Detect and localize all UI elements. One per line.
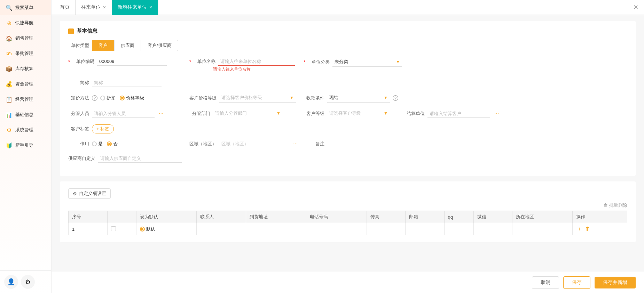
- add-row-btn[interactable]: +: [576, 226, 582, 232]
- search-icon: 🔍: [6, 4, 13, 11]
- short-name-input[interactable]: [92, 79, 162, 87]
- sidebar: 🔍 搜索菜单 ⊕ 快捷导航 🏠 销售管理 🛍 采购管理 📦 库存核算 💰 资金管…: [0, 0, 52, 293]
- unit-code-label: 单位编码: [73, 58, 94, 65]
- radio-yes-circle: [92, 141, 97, 146]
- radio-level-circle: [120, 96, 125, 100]
- remark-label: 备注: [304, 141, 324, 147]
- sidebar-item-finance[interactable]: 💰 资金管理: [0, 76, 51, 92]
- unit-name-input[interactable]: [218, 57, 295, 66]
- tab-new-partner[interactable]: 新增往来单位 ✕: [112, 0, 158, 15]
- sidebar-item-system[interactable]: ⚙ 系统管理: [0, 122, 51, 138]
- sidebar-item-search[interactable]: 🔍 搜索菜单: [0, 0, 51, 15]
- region-input[interactable]: [219, 140, 289, 148]
- pricing-help-icon[interactable]: ?: [92, 95, 97, 101]
- chevron-down-icon: ▼: [384, 111, 388, 116]
- radio-no-circle: [107, 141, 112, 146]
- department-label: 分管部门: [189, 111, 210, 117]
- payment-help-icon[interactable]: ?: [393, 95, 398, 101]
- settlement-more-btn[interactable]: ···: [493, 111, 500, 117]
- delete-row-btn[interactable]: 🗑: [583, 226, 592, 232]
- region-more-btn[interactable]: ···: [292, 141, 299, 147]
- short-name-row: 简称: [68, 79, 627, 87]
- sidebar-item-quicknav[interactable]: ⊕ 快捷导航: [0, 15, 51, 31]
- supplier-custom-input[interactable]: [98, 154, 182, 163]
- save-new-button[interactable]: 保存并新增: [595, 277, 636, 288]
- cell-checkbox[interactable]: [107, 223, 136, 235]
- tab-partners[interactable]: 往来单位 ✕: [76, 0, 112, 15]
- region-group: 区域（地区） ···: [189, 140, 301, 148]
- sidebar-item-operations[interactable]: 📋 经营管理: [0, 92, 51, 107]
- pricing-label: 定价方法: [68, 95, 89, 101]
- sidebar-item-inventory[interactable]: 📦 库存核算: [0, 61, 51, 76]
- main-area: 首页 往来单位 ✕ 新增往来单位 ✕ ✕ 基本信息 单位类型: [52, 0, 644, 293]
- manager-more-btn[interactable]: ···: [157, 111, 165, 117]
- customer-price-select[interactable]: 请选择客户价格等级 ▼: [219, 93, 296, 103]
- customer-level-select[interactable]: 请选择客户等级 ▼: [327, 109, 390, 118]
- save-button[interactable]: 保存: [563, 276, 590, 289]
- sidebar-item-purchase[interactable]: 🛍 采购管理: [0, 46, 51, 61]
- type-btn-supplier[interactable]: 供应商: [114, 40, 141, 51]
- disable-label: 停用: [68, 141, 89, 147]
- gear-icon: ⚙: [73, 191, 77, 196]
- region-label: 区域（地区）: [189, 141, 217, 147]
- tab-home[interactable]: 首页: [54, 0, 76, 15]
- unit-category-select[interactable]: 未分类 ▼: [332, 57, 402, 67]
- unit-name-error: 请输入往来单位名称: [213, 66, 301, 72]
- cancel-button[interactable]: 取消: [532, 276, 559, 289]
- close-partners-tab[interactable]: ✕: [103, 5, 106, 10]
- sidebar-settings-btn[interactable]: ⚙: [21, 275, 35, 289]
- footer-bar: 取消 保存 保存并新增: [52, 272, 644, 293]
- unit-code-input[interactable]: [97, 57, 167, 66]
- col-index: 序号: [69, 211, 108, 223]
- custom-settings-btn[interactable]: ⚙ 自定义项设置: [68, 188, 111, 199]
- sidebar-item-basics[interactable]: 📊 基础信息: [0, 107, 51, 122]
- sales-icon: 🏠: [6, 35, 13, 42]
- batch-delete-btn[interactable]: 🗑 批量删除: [68, 202, 627, 209]
- type-btn-both[interactable]: 客户/供应商: [141, 40, 178, 51]
- sidebar-item-sales[interactable]: 🏠 销售管理: [0, 31, 51, 46]
- settlement-input[interactable]: [427, 109, 490, 118]
- unit-type-btn-group: 客户 供应商 客户/供应商: [92, 40, 178, 51]
- col-region: 所在地区: [512, 211, 573, 223]
- department-select[interactable]: 请输入分管部门 ▼: [213, 109, 283, 118]
- basic-info-block: 基本信息 单位类型 客户 供应商 客户/供应商 * 单位编码: [60, 21, 636, 176]
- form-content: 基本信息 单位类型 客户 供应商 客户/供应商 * 单位编码: [52, 15, 644, 272]
- unit-type-label: 单位类型: [68, 42, 89, 49]
- close-all-tabs-btn[interactable]: ✕: [630, 3, 641, 11]
- tags-label: 客户标签: [68, 126, 89, 132]
- remark-input[interactable]: [327, 140, 432, 148]
- cell-default[interactable]: 默认: [136, 223, 196, 235]
- radio-discount-circle: [100, 96, 105, 100]
- sidebar-user-btn[interactable]: 👤: [4, 275, 18, 289]
- chevron-down-icon: ▼: [384, 95, 388, 100]
- pricing-radio-discount[interactable]: 折扣: [100, 95, 116, 101]
- customer-level-group: 客户等级 请选择客户等级 ▼: [304, 109, 401, 118]
- department-group: 分管部门 请输入分管部门 ▼: [189, 109, 301, 118]
- cell-email: [406, 223, 445, 235]
- disable-radio-no[interactable]: 否: [107, 141, 118, 147]
- payment-select[interactable]: 现结 ▼: [327, 93, 390, 103]
- pricing-radio-level[interactable]: 价格等级: [120, 95, 144, 101]
- sidebar-item-guide[interactable]: 🔰 新手引导: [0, 138, 51, 153]
- chevron-down-icon: ▼: [290, 95, 294, 100]
- manager-label: 分管人员: [68, 111, 89, 117]
- unit-type-row: 单位类型 客户 供应商 客户/供应商: [68, 40, 627, 51]
- manager-input[interactable]: [92, 109, 155, 118]
- settlement-group: 结算单位 ···: [404, 109, 501, 118]
- unit-type-group: 单位类型 客户 供应商 客户/供应商: [68, 40, 178, 51]
- pricing-row: 定价方法 ? 折扣 价格等级 客户价格等级: [68, 93, 627, 103]
- unit-category-group: * 单位分类 未分类 ▼: [304, 57, 402, 67]
- default-radio[interactable]: [140, 227, 145, 231]
- inventory-icon: 📦: [6, 65, 13, 72]
- disable-radio-yes[interactable]: 是: [92, 141, 103, 147]
- supplier-custom-label: 供应商自定义: [68, 155, 95, 162]
- unit-code-group: * 单位编码: [68, 57, 187, 66]
- settlement-label: 结算单位: [404, 111, 425, 117]
- manager-row: 分管人员 ··· 分管部门 请输入分管部门 ▼ 客户等级 请选择客户等级: [68, 109, 627, 118]
- close-new-partner-tab[interactable]: ✕: [149, 5, 152, 10]
- cell-qq: [444, 223, 473, 235]
- type-btn-customer[interactable]: 客户: [92, 40, 114, 51]
- add-tag-btn[interactable]: + 标签: [92, 124, 114, 133]
- col-contact: 联系人: [196, 211, 246, 223]
- purchase-icon: 🛍: [6, 50, 13, 57]
